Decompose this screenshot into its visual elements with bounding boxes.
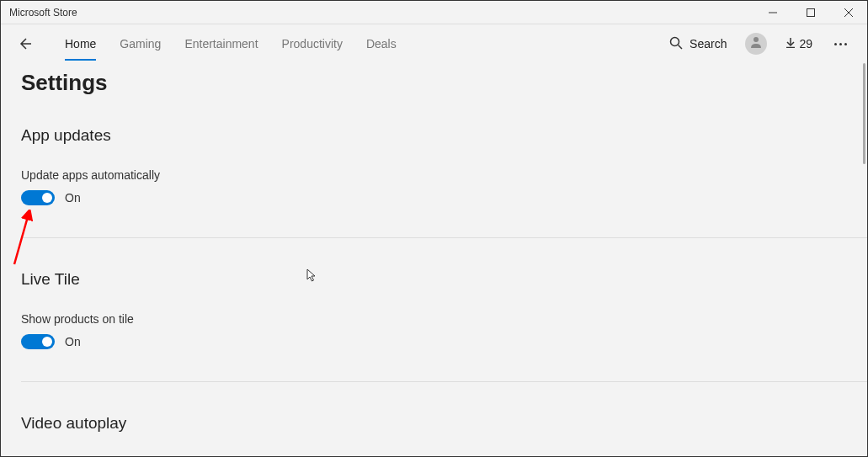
- window-title: Microsoft Store: [9, 7, 77, 19]
- nav-tabs: Home Gaming Entertainment Productivity D…: [65, 27, 397, 61]
- tab-gaming[interactable]: Gaming: [120, 27, 161, 61]
- section-divider: [21, 237, 867, 238]
- section-divider: [21, 381, 867, 382]
- search-button[interactable]: Search: [669, 36, 727, 52]
- section-app-updates-title: App updates: [21, 126, 847, 145]
- person-icon: [749, 35, 763, 52]
- download-icon: [785, 37, 796, 50]
- section-live-tile-title: Live Tile: [21, 270, 847, 289]
- setting-update-apps-label: Update apps automatically: [21, 168, 847, 182]
- content-area: Settings App updates Update apps automat…: [1, 63, 867, 456]
- svg-point-6: [754, 37, 759, 42]
- section-video-autoplay-title: Video autoplay: [21, 414, 847, 433]
- toggle-row-show-products: On: [21, 334, 847, 349]
- svg-line-5: [679, 45, 683, 49]
- search-icon: [669, 36, 683, 52]
- tab-home[interactable]: Home: [65, 27, 96, 61]
- svg-point-4: [671, 37, 679, 45]
- tab-entertainment[interactable]: Entertainment: [184, 27, 258, 61]
- more-dot: [839, 43, 842, 45]
- back-button[interactable]: [18, 37, 31, 50]
- navbar: Home Gaming Entertainment Productivity D…: [1, 24, 867, 63]
- tab-deals[interactable]: Deals: [366, 27, 397, 61]
- downloads-count: 29: [799, 37, 812, 50]
- downloads-button[interactable]: 29: [785, 37, 812, 50]
- more-dot: [844, 43, 847, 45]
- svg-rect-1: [807, 8, 814, 16]
- toggle-update-apps[interactable]: [21, 190, 55, 205]
- search-label: Search: [690, 37, 727, 50]
- toggle-show-products-state: On: [65, 335, 81, 348]
- window-controls: [754, 1, 867, 24]
- navbar-left: Home Gaming Entertainment Productivity D…: [18, 27, 397, 61]
- close-button[interactable]: [829, 1, 867, 24]
- toggle-update-apps-state: On: [65, 191, 81, 205]
- scrollbar[interactable]: [863, 63, 865, 164]
- minimize-button[interactable]: [754, 1, 791, 24]
- toggle-show-products[interactable]: [21, 334, 55, 349]
- toggle-row-update-apps: On: [21, 190, 847, 205]
- setting-show-products-label: Show products on tile: [21, 312, 847, 326]
- more-dot: [834, 43, 837, 45]
- more-button[interactable]: [831, 43, 850, 45]
- page-title: Settings: [21, 70, 847, 96]
- tab-productivity[interactable]: Productivity: [282, 27, 343, 61]
- user-avatar[interactable]: [745, 33, 767, 55]
- maximize-button[interactable]: [791, 1, 829, 24]
- navbar-right: Search 29: [669, 33, 850, 55]
- titlebar: Microsoft Store: [1, 1, 867, 24]
